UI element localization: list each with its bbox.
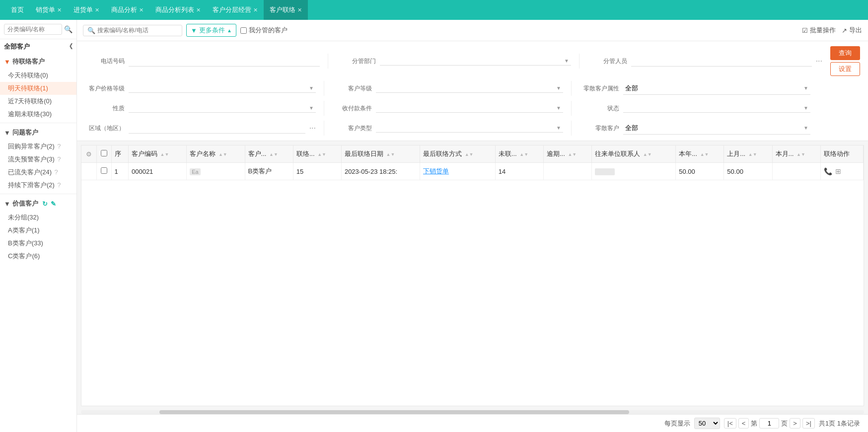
- row-code[interactable]: 000021: [128, 163, 186, 180]
- prev-page-btn[interactable]: <: [738, 418, 749, 429]
- col-last-method[interactable]: 最后联络方式 ▲▼: [420, 145, 496, 163]
- sidebar-collapse-icon[interactable]: 《: [66, 42, 72, 51]
- filter-row-4: 区域（地区） ··· 客户类型 ▼ 零散客户 全部▼: [85, 121, 860, 136]
- query-btn[interactable]: 查询: [830, 46, 860, 60]
- col-type[interactable]: 客户... ▲▼: [245, 145, 293, 163]
- row-checkbox[interactable]: [96, 163, 111, 180]
- table-container: ⚙ 序 客户编码 ▲▼ 客户名称 ▲▼ 客户... ▲▼ 联络... ▲▼ 最后…: [81, 145, 864, 406]
- nav-purchase-order[interactable]: 进货单 ✕: [68, 0, 105, 20]
- sidebar-tomorrow-contact[interactable]: 明天待联络(1): [0, 82, 76, 95]
- my-customers-check[interactable]: [240, 27, 247, 34]
- filter-price-select[interactable]: ▼: [129, 84, 316, 93]
- nav-product-analysis-close[interactable]: ✕: [139, 7, 144, 13]
- sidebar-value-header[interactable]: ▼ 价值客户 ↻ ✎: [0, 196, 76, 211]
- search-box[interactable]: 🔍: [83, 25, 182, 36]
- filter-row-3: 性质 ▼ 收付款条件 ▼ 状态 ▼: [85, 101, 860, 116]
- filter-region-input[interactable]: [129, 123, 305, 134]
- filter-row-2: 客户价格等级 ▼ 客户等级 ▼ 零散客户属性 全部▼: [85, 81, 860, 96]
- export-btn[interactable]: ↗ 导出: [842, 26, 862, 35]
- sidebar-churn-warning[interactable]: 流失预警客户(3) ?: [0, 153, 76, 166]
- table-header-row: ⚙ 序 客户编码 ▲▼ 客户名称 ▲▼ 客户... ▲▼ 联络... ▲▼ 最后…: [81, 145, 864, 163]
- batch-action-btn[interactable]: ☑ 批量操作: [802, 26, 836, 35]
- toolbar-right-actions: ☑ 批量操作 ↗ 导出: [802, 26, 862, 35]
- sidebar-repurchase-anomaly[interactable]: 回购异常客户(2) ?: [0, 140, 76, 153]
- filter-person-dots[interactable]: ···: [816, 57, 822, 66]
- sidebar-search-icon[interactable]: 🔍: [64, 25, 72, 33]
- filter-level-select[interactable]: ▼: [376, 84, 563, 93]
- col-setting[interactable]: ⚙: [81, 145, 96, 163]
- filter-region-dots[interactable]: ···: [309, 124, 316, 133]
- select-all-checkbox[interactable]: [101, 150, 107, 156]
- setting-btn[interactable]: 设置: [830, 62, 860, 76]
- page-size-select[interactable]: 50 100 200: [694, 418, 720, 429]
- nav-purchase-order-close[interactable]: ✕: [95, 7, 99, 13]
- nav-customer-tier[interactable]: 客户分层经营 ✕: [207, 0, 264, 20]
- filter-nature-select[interactable]: ▼: [129, 104, 316, 113]
- filter-type-select[interactable]: ▼: [376, 124, 563, 133]
- sidebar-today-contact[interactable]: 今天待联络(0): [0, 69, 76, 82]
- next-page-btn[interactable]: >: [790, 418, 800, 429]
- filter-dept-select[interactable]: ▼: [380, 57, 571, 66]
- sidebar-problem-header[interactable]: ▼ 问题客户: [0, 125, 76, 140]
- last-page-btn[interactable]: >|: [802, 418, 815, 429]
- col-contact-person[interactable]: 往来单位联系人 ▲▼: [592, 145, 676, 163]
- col-overdue[interactable]: 逾期... ▲▼: [544, 145, 592, 163]
- col-name[interactable]: 客户名称 ▲▼: [187, 145, 245, 163]
- filter-retail-attr-select[interactable]: 全部▼: [623, 82, 810, 95]
- filter-status-select[interactable]: ▼: [623, 104, 810, 113]
- filter-payment-select[interactable]: ▼: [376, 104, 563, 113]
- row-name[interactable]: Ea: [187, 163, 245, 180]
- row-actions: 📞 ⊞: [820, 163, 863, 180]
- filter-person-input[interactable]: [631, 56, 812, 67]
- nav-home[interactable]: 首页: [5, 0, 30, 20]
- row-unlink-days: 14: [495, 163, 543, 180]
- nav-product-analysis-list[interactable]: 商品分析列表 ✕: [149, 0, 207, 20]
- nav-sales-order-close[interactable]: ✕: [57, 7, 62, 13]
- horizontal-scrollbar[interactable]: [81, 410, 864, 414]
- row-last-method[interactable]: 下销货单: [420, 163, 496, 180]
- row-contact-count: 15: [293, 163, 341, 180]
- sidebar-type-c[interactable]: C类客户(6): [0, 250, 76, 263]
- filter-retail-select[interactable]: 全部▼: [623, 122, 810, 135]
- row-setting[interactable]: [81, 163, 96, 180]
- search-input[interactable]: [97, 27, 178, 34]
- row-last-month: 50.00: [724, 163, 772, 180]
- nav-customer-contact-close[interactable]: ✕: [297, 7, 302, 13]
- nav-sales-order[interactable]: 销货单 ✕: [30, 0, 68, 20]
- sidebar-type-a[interactable]: A类客户(1): [0, 224, 76, 237]
- my-customers-checkbox[interactable]: 我分管的客户: [240, 26, 288, 35]
- nav-product-analysis[interactable]: 商品分析 ✕: [105, 0, 149, 20]
- sidebar-all-customers[interactable]: 全部客户 《: [0, 39, 76, 54]
- more-filter-btn[interactable]: ▼ 更多条件 ▲: [186, 24, 236, 37]
- sidebar-type-b[interactable]: B类客户(33): [0, 237, 76, 250]
- row-overdue: [544, 163, 592, 180]
- col-code[interactable]: 客户编码 ▲▼: [128, 145, 186, 163]
- col-unlink-days[interactable]: 未联... ▲▼: [495, 145, 543, 163]
- sidebar-churned[interactable]: 已流失客户(24) ?: [0, 166, 76, 179]
- nav-customer-contact[interactable]: 客户联络 ✕: [264, 0, 308, 20]
- nav-customer-tier-close[interactable]: ✕: [253, 7, 258, 13]
- row-contact-person: [592, 163, 676, 180]
- page-number-input[interactable]: [759, 418, 779, 429]
- sidebar-ungrouped[interactable]: 未分组(32): [0, 211, 76, 224]
- col-this-month[interactable]: 本月... ▲▼: [772, 145, 820, 163]
- action-grid-icon[interactable]: ⊞: [835, 167, 841, 175]
- filter-phone-input[interactable]: [129, 56, 320, 67]
- scrollbar-thumb[interactable]: [159, 410, 629, 414]
- sidebar-continuous-decline[interactable]: 持续下滑客户(2) ?: [0, 179, 76, 192]
- col-checkbox-header[interactable]: [96, 145, 111, 163]
- first-page-btn[interactable]: |<: [724, 418, 736, 429]
- action-phone-icon[interactable]: 📞: [824, 167, 832, 175]
- sidebar-pending-contact-header[interactable]: ▼ 待联络客户: [0, 54, 76, 69]
- col-this-year[interactable]: 本年... ▲▼: [676, 145, 724, 163]
- col-contact-count[interactable]: 联络... ▲▼: [293, 145, 341, 163]
- sidebar-7days-contact[interactable]: 近7天待联络(0): [0, 95, 76, 108]
- customers-table: ⚙ 序 客户编码 ▲▼ 客户名称 ▲▼ 客户... ▲▼ 联络... ▲▼ 最后…: [81, 145, 864, 180]
- nav-product-analysis-list-close[interactable]: ✕: [196, 7, 201, 13]
- filter-person: 分管人员 ···: [587, 56, 822, 67]
- col-last-month[interactable]: 上月... ▲▼: [724, 145, 772, 163]
- col-last-date[interactable]: 最后联络日期 ▲▼: [341, 145, 420, 163]
- sidebar-search-input[interactable]: [4, 24, 62, 35]
- sidebar-overdue-contact[interactable]: 逾期未联络(30): [0, 108, 76, 121]
- filter-dept: 分管部门 ▼: [336, 57, 571, 66]
